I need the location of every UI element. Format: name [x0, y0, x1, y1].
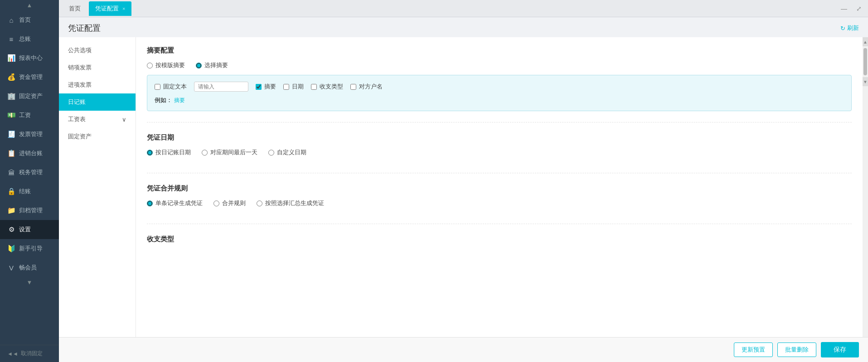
- merge-rules-radio-row: 单条记录生成凭证 合并规则 按照选择汇总生成凭证: [147, 199, 852, 207]
- left-nav-fixed-assets[interactable]: 固定资产: [59, 128, 136, 145]
- sidebar-scroll-down[interactable]: ▼: [0, 277, 59, 288]
- tab-home[interactable]: 首页: [63, 1, 87, 16]
- sidebar-unpin-button[interactable]: ◄◄ 取消固定: [0, 345, 59, 362]
- scroll-thumb[interactable]: [863, 48, 867, 75]
- summary-generate-radio[interactable]: [257, 201, 262, 206]
- update-preview-button[interactable]: 更新预置: [734, 342, 773, 357]
- journal-date-option[interactable]: 按日记账日期: [147, 148, 191, 157]
- custom-date-option[interactable]: 自定义日期: [268, 148, 306, 157]
- left-nav-journal[interactable]: 日记账: [59, 93, 136, 111]
- select-summary-option[interactable]: 选择摘要: [196, 61, 228, 69]
- summary-generate-option[interactable]: 按照选择汇总生成凭证: [257, 199, 324, 207]
- sidebar-item-vip[interactable]: V 畅会员: [0, 258, 59, 277]
- main-area: 首页 凭证配置 × — ⤢ 凭证配置 ↻ 刷新 公共选项 销项发票 进: [59, 0, 868, 362]
- pin-icon: ◄◄: [7, 351, 18, 357]
- select-summary-radio[interactable]: [196, 63, 202, 68]
- template-summary-option[interactable]: 按模版摘要: [147, 61, 185, 69]
- journal-date-radio[interactable]: [147, 150, 153, 156]
- page-header: 凭证配置 ↻ 刷新: [59, 17, 868, 37]
- fixed-text-option[interactable]: 固定文本: [155, 83, 187, 91]
- last-day-option[interactable]: 对应期间最后一天: [202, 148, 257, 157]
- summary-config-box: 固定文本 摘要 日期 收支类型: [147, 75, 852, 111]
- sidebar-item-invoice-mgmt[interactable]: 🧾 发票管理: [0, 125, 59, 144]
- content-layout: 公共选项 销项发票 进项发票 日记账 工资表 ∨ 固定资产 摘要配置: [59, 37, 868, 337]
- sidebar-item-ledger[interactable]: ≡ 总账: [0, 29, 59, 49]
- tab-close-icon[interactable]: ×: [122, 6, 125, 11]
- funds-icon: 💰: [7, 73, 15, 81]
- window-minimize-button[interactable]: —: [838, 4, 850, 13]
- single-record-option[interactable]: 单条记录生成凭证: [147, 199, 203, 207]
- scroll-up-button[interactable]: ▲: [863, 37, 868, 46]
- summary-section-title: 摘要配置: [147, 46, 852, 55]
- sidebar-item-archive[interactable]: 📁 归档管理: [0, 201, 59, 220]
- income-type-title: 收支类型: [147, 235, 852, 244]
- scroll-down-button[interactable]: ▼: [863, 77, 868, 86]
- left-nav-purchase-invoice[interactable]: 进项发票: [59, 76, 136, 93]
- merge-rules-option[interactable]: 合并规则: [213, 199, 246, 207]
- summary-checkbox[interactable]: [256, 84, 262, 90]
- tab-bar: 首页 凭证配置 × — ⤢: [59, 0, 868, 17]
- salary-icon: 💵: [7, 111, 15, 119]
- sidebar-item-reports[interactable]: 📊 报表中心: [0, 49, 59, 68]
- home-icon: ⌂: [7, 16, 15, 24]
- sidebar-item-close[interactable]: 🔒 结账: [0, 182, 59, 201]
- settings-icon: ⚙: [7, 225, 15, 234]
- example-row: 例如： 摘要: [155, 96, 844, 104]
- summary-radio-row: 按模版摘要 选择摘要: [147, 61, 852, 69]
- right-content: 摘要配置 按模版摘要 选择摘要 固定文本: [136, 37, 863, 337]
- custom-date-radio[interactable]: [268, 150, 274, 156]
- invoice-mgmt-icon: 🧾: [7, 130, 15, 138]
- last-day-radio[interactable]: [202, 150, 208, 156]
- template-summary-radio[interactable]: [147, 63, 153, 68]
- summary-checkbox-option[interactable]: 摘要: [256, 83, 276, 91]
- window-restore-button[interactable]: ⤢: [853, 4, 864, 13]
- voucher-date-title: 凭证日期: [147, 133, 852, 142]
- sidebar: ▲ ⌂ 首页 ≡ 总账 📊 报表中心 💰 资金管理 🏢 固定资产 💵 工资 🧾 …: [0, 0, 59, 362]
- refresh-button[interactable]: ↻ 刷新: [840, 24, 859, 32]
- ledger-icon: ≡: [7, 35, 15, 43]
- page-title: 凭证配置: [68, 23, 101, 34]
- sidebar-item-settings[interactable]: ⚙ 设置: [0, 220, 59, 239]
- scroll-rail: ▲ ▼: [863, 37, 868, 337]
- income-type-checkbox[interactable]: [311, 84, 317, 90]
- assets-icon: 🏢: [7, 92, 15, 100]
- date-checkbox-option[interactable]: 日期: [283, 83, 304, 91]
- voucher-date-section: 凭证日期 按日记账日期 对应期间最后一天 自定义日期: [147, 133, 852, 173]
- tax-icon: 🏛: [7, 169, 15, 176]
- sidebar-item-assets[interactable]: 🏢 固定资产: [0, 87, 59, 106]
- sidebar-item-home[interactable]: ⌂ 首页: [0, 10, 59, 29]
- left-nav-payroll[interactable]: 工资表 ∨: [59, 111, 136, 128]
- sidebar-item-funds[interactable]: 💰 资金管理: [0, 68, 59, 87]
- counterparty-checkbox[interactable]: [350, 84, 356, 90]
- left-nav-sales-invoice[interactable]: 销项发票: [59, 59, 136, 76]
- close-account-icon: 🔒: [7, 187, 15, 196]
- summary-options-row: 固定文本 摘要 日期 收支类型: [155, 82, 844, 92]
- merge-rules-section: 凭证合并规则 单条记录生成凭证 合并规则 按照选择汇总生成凭证: [147, 184, 852, 224]
- voucher-date-radio-row: 按日记账日期 对应期间最后一天 自定义日期: [147, 148, 852, 157]
- refresh-icon: ↻: [840, 25, 845, 32]
- vip-icon: V: [7, 264, 15, 272]
- example-value: 摘要: [174, 97, 185, 103]
- sidebar-item-sales-ledger[interactable]: 📋 进销台账: [0, 144, 59, 163]
- income-type-checkbox-option[interactable]: 收支类型: [311, 83, 343, 91]
- tab-voucher-config[interactable]: 凭证配置 ×: [89, 1, 131, 16]
- sidebar-item-guide[interactable]: 🔰 新手引导: [0, 239, 59, 258]
- batch-delete-button[interactable]: 批量删除: [777, 342, 816, 357]
- left-nav: 公共选项 销项发票 进项发票 日记账 工资表 ∨ 固定资产: [59, 37, 136, 337]
- fixed-text-input[interactable]: [194, 82, 248, 92]
- bottom-action-bar: 更新预置 批量删除 保存: [59, 337, 868, 362]
- sidebar-item-salary[interactable]: 💵 工资: [0, 106, 59, 125]
- chevron-down-icon: ∨: [122, 116, 126, 123]
- tab-bar-actions: — ⤢: [838, 4, 864, 13]
- counterparty-checkbox-option[interactable]: 对方户名: [350, 83, 383, 91]
- left-nav-public-options[interactable]: 公共选项: [59, 42, 136, 59]
- save-button[interactable]: 保存: [821, 342, 859, 357]
- single-record-radio[interactable]: [147, 201, 153, 206]
- sidebar-item-tax[interactable]: 🏛 税务管理: [0, 163, 59, 182]
- merge-rules-radio[interactable]: [213, 201, 219, 206]
- date-checkbox[interactable]: [283, 84, 289, 90]
- fixed-text-checkbox[interactable]: [155, 84, 160, 90]
- sidebar-scroll-up[interactable]: ▲: [0, 0, 59, 10]
- guide-icon: 🔰: [7, 245, 15, 253]
- sales-ledger-icon: 📋: [7, 149, 15, 157]
